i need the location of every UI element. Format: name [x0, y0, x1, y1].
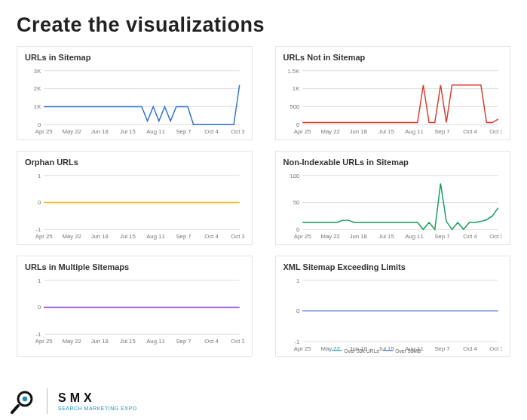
svg-text:Sep 7: Sep 7: [434, 345, 449, 351]
svg-text:May 22: May 22: [63, 233, 81, 240]
brand-name: SMX: [58, 391, 137, 405]
svg-text:Oct 4: Oct 4: [463, 233, 477, 240]
card-title: URLs in Sitemap: [25, 53, 244, 62]
svg-text:Oct 4: Oct 4: [463, 128, 477, 135]
svg-text:0: 0: [296, 308, 299, 314]
card-non-indexable: Non-Indexable URLs in Sitemap 050100Apr …: [275, 151, 511, 245]
svg-text:May 22: May 22: [63, 338, 81, 345]
card-title: URLs Not in Sitemap: [283, 53, 503, 62]
svg-text:Apr 25: Apr 25: [293, 233, 311, 240]
svg-text:Jun 18: Jun 18: [349, 233, 366, 240]
svg-text:0: 0: [38, 121, 41, 128]
svg-text:Over 50MB: Over 50MB: [395, 348, 421, 353]
svg-text:Oct 4: Oct 4: [463, 345, 477, 351]
svg-text:Apr 25: Apr 25: [35, 233, 53, 240]
svg-text:-1: -1: [35, 226, 41, 233]
chart-orphan-urls: -101Apr 25May 22Jun 18Jul 15Aug 11Sep 7O…: [25, 168, 244, 241]
svg-text:Jul 15: Jul 15: [378, 128, 394, 135]
chart-multiple-sitemaps: -101Apr 25May 22Jun 18Jul 15Aug 11Sep 7O…: [25, 273, 244, 346]
card-title: Orphan URLs: [25, 158, 244, 167]
svg-text:3K: 3K: [34, 68, 41, 75]
card-urls-not-in-sitemap: URLs Not in Sitemap 05001K1.5KApr 25May …: [275, 46, 511, 140]
svg-text:0: 0: [38, 304, 41, 311]
svg-text:Oct 31: Oct 31: [489, 128, 502, 135]
svg-text:Sep 7: Sep 7: [434, 128, 449, 135]
svg-text:May 22: May 22: [320, 233, 339, 240]
svg-text:Aug 11: Aug 11: [146, 233, 165, 240]
svg-text:50: 50: [293, 199, 299, 206]
svg-text:Jul 15: Jul 15: [120, 233, 136, 240]
svg-text:Oct 31: Oct 31: [489, 345, 502, 351]
divider: [47, 388, 47, 414]
svg-text:Oct 31: Oct 31: [231, 233, 244, 240]
svg-text:0: 0: [38, 199, 41, 206]
svg-text:1K: 1K: [34, 103, 41, 110]
svg-text:Sep 7: Sep 7: [176, 128, 191, 135]
svg-text:Jun 18: Jun 18: [91, 128, 109, 135]
svg-line-94: [12, 406, 18, 412]
svg-text:Jun 18: Jun 18: [91, 338, 109, 345]
svg-text:500: 500: [290, 103, 299, 110]
svg-text:-1: -1: [294, 339, 299, 345]
svg-text:Oct 31: Oct 31: [489, 233, 502, 240]
svg-text:Apr 25: Apr 25: [293, 345, 311, 351]
svg-text:Jul 15: Jul 15: [378, 233, 394, 240]
chart-non-indexable: 050100Apr 25May 22Jun 18Jul 15Aug 11Sep …: [283, 168, 503, 241]
svg-text:Sep 7: Sep 7: [434, 233, 449, 240]
svg-text:Apr 25: Apr 25: [35, 128, 53, 135]
dashboard-grid: URLs in Sitemap 01K2K3KApr 25May 22Jun 1…: [0, 40, 527, 357]
svg-text:Oct 4: Oct 4: [204, 338, 219, 345]
svg-text:1: 1: [38, 172, 41, 179]
svg-text:Apr 25: Apr 25: [293, 128, 311, 135]
chart-urls-not-in-sitemap: 05001K1.5KApr 25May 22Jun 18Jul 15Aug 11…: [283, 63, 503, 136]
svg-text:1.5K: 1.5K: [287, 68, 300, 75]
svg-point-93: [23, 397, 27, 401]
svg-text:Aug 11: Aug 11: [405, 233, 424, 240]
page-title: Create the visualizations: [0, 0, 527, 40]
svg-text:Sep 7: Sep 7: [176, 338, 191, 345]
svg-text:0: 0: [296, 226, 299, 233]
chart-exceed-limits: -101Apr 25May 22Jun 18Jul 15Aug 11Sep 7O…: [283, 273, 503, 354]
card-exceed-limits: XML Sitemap Exceeding Limits -101Apr 25M…: [275, 256, 511, 357]
svg-text:Aug 11: Aug 11: [405, 128, 424, 135]
svg-text:Sep 7: Sep 7: [176, 233, 191, 240]
svg-text:Oct 31: Oct 31: [231, 128, 244, 135]
brand-tagline: SEARCH MARKETING EXPO: [58, 406, 137, 412]
card-multiple-sitemaps: URLs in Multiple Sitemaps -101Apr 25May …: [17, 256, 253, 357]
card-urls-in-sitemap: URLs in Sitemap 01K2K3KApr 25May 22Jun 1…: [17, 46, 253, 140]
svg-text:Oct 4: Oct 4: [204, 233, 219, 240]
card-title: Non-Indexable URLs in Sitemap: [283, 158, 503, 167]
svg-text:Jul 15: Jul 15: [120, 128, 136, 135]
magnifier-icon: [11, 388, 36, 414]
svg-text:Oct 4: Oct 4: [204, 128, 219, 135]
card-title: URLs in Multiple Sitemaps: [25, 262, 244, 271]
card-orphan-urls: Orphan URLs -101Apr 25May 22Jun 18Jul 15…: [17, 151, 253, 245]
svg-text:2K: 2K: [34, 85, 41, 92]
svg-text:1: 1: [296, 277, 299, 284]
svg-text:Over 50k URLs: Over 50k URLs: [344, 348, 379, 353]
footer-branding: SMX SEARCH MARKETING EXPO: [11, 388, 137, 414]
svg-text:Apr 25: Apr 25: [35, 338, 53, 345]
svg-text:100: 100: [290, 172, 299, 179]
svg-text:Oct 31: Oct 31: [231, 338, 244, 345]
svg-text:0: 0: [296, 121, 299, 128]
svg-text:Aug 11: Aug 11: [146, 338, 165, 345]
svg-text:1K: 1K: [292, 85, 299, 92]
svg-text:Jun 18: Jun 18: [91, 233, 109, 240]
svg-text:1: 1: [38, 277, 41, 284]
svg-text:Aug 11: Aug 11: [146, 128, 165, 135]
chart-urls-in-sitemap: 01K2K3KApr 25May 22Jun 18Jul 15Aug 11Sep…: [25, 63, 244, 136]
svg-text:-1: -1: [35, 331, 41, 338]
svg-text:May 22: May 22: [320, 128, 339, 135]
card-title: XML Sitemap Exceeding Limits: [283, 262, 503, 271]
svg-text:May 22: May 22: [63, 128, 81, 135]
svg-text:Jul 15: Jul 15: [120, 338, 136, 345]
svg-text:Jun 18: Jun 18: [349, 128, 366, 135]
